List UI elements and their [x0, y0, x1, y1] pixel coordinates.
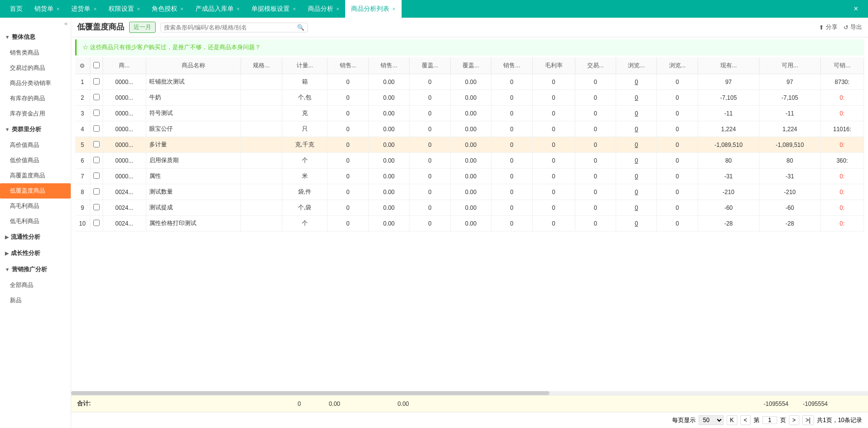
nav-tab-analysis-list[interactable]: 商品分析列表 × [345, 0, 401, 18]
nav-tab-roles[interactable]: 角色授权 × [146, 0, 189, 18]
period-button[interactable]: 近一月 [129, 22, 156, 33]
close-icon[interactable]: × [137, 6, 140, 12]
next-page-button[interactable]: > [789, 415, 799, 425]
first-page-button[interactable]: K [727, 415, 737, 425]
sidebar-collapse-button[interactable]: « [64, 20, 68, 27]
row-select-checkbox[interactable] [93, 188, 100, 195]
page-number-input[interactable] [762, 416, 777, 424]
row-cover1: 0 [409, 74, 450, 90]
sidebar-section-growth[interactable]: ▶ 成长性分析 [0, 245, 71, 261]
sidebar-item-low-value[interactable]: 低价值商品 [0, 153, 71, 168]
sidebar: « ▼ 整体信息 销售类商品 交易过的商品 商品分类动销率 有库存的商品 库存资… [0, 18, 71, 428]
row-checkbox[interactable] [90, 153, 103, 169]
sidebar-item-category-rate[interactable]: 商品分类动销率 [0, 76, 71, 91]
close-icon[interactable]: × [180, 6, 183, 12]
row-checkbox[interactable] [90, 184, 103, 200]
close-icon[interactable]: × [293, 6, 296, 12]
sidebar-section-group[interactable]: ▼ 类群里分析 [0, 121, 71, 138]
row-browse1[interactable]: 0 [616, 200, 657, 216]
row-browse1[interactable]: 0 [616, 121, 657, 137]
row-select-checkbox[interactable] [93, 141, 100, 147]
row-current: -210 [698, 184, 759, 200]
horizontal-scrollbar[interactable] [71, 391, 868, 395]
per-page-select[interactable]: 50 20 100 [699, 415, 724, 425]
row-browse1[interactable]: 0 [616, 153, 657, 169]
last-page-button[interactable]: >| [802, 415, 814, 425]
close-icon[interactable]: × [56, 6, 59, 12]
row-no: 9 [75, 200, 90, 216]
sidebar-item-high-margin[interactable]: 高毛利商品 [0, 199, 71, 214]
row-browse1[interactable]: 0 [616, 74, 657, 90]
row-select-checkbox[interactable] [93, 220, 100, 226]
sidebar-section-circulation[interactable]: ▶ 流通性分析 [0, 229, 71, 245]
nav-tab-permissions[interactable]: 权限设置 × [103, 0, 146, 18]
row-select-checkbox[interactable] [93, 172, 100, 179]
row-spec [241, 216, 282, 231]
nav-tab-purchase[interactable]: 进货单 × [65, 0, 102, 18]
row-browse1[interactable]: 0 [616, 216, 657, 231]
row-browse1[interactable]: 0 [616, 184, 657, 200]
row-select-checkbox[interactable] [93, 125, 100, 132]
select-all-checkbox[interactable] [93, 62, 100, 68]
sidebar-item-capital[interactable]: 库存资金占用 [0, 106, 71, 121]
row-checkbox[interactable] [90, 106, 103, 121]
sidebar-section-overall[interactable]: ▼ 整体信息 [0, 29, 71, 45]
nav-tab-home[interactable]: 首页 [4, 0, 28, 18]
row-sales3: 0 [491, 184, 532, 200]
close-icon[interactable]: × [237, 6, 240, 12]
prev-page-button[interactable]: < [740, 415, 751, 425]
row-browse1[interactable]: 0 [616, 169, 657, 184]
nav-tab-products-in[interactable]: 产成品入库单 × [190, 0, 245, 18]
search-icon[interactable]: 🔍 [297, 24, 304, 31]
row-browse1[interactable]: 0 [616, 137, 657, 153]
row-select-checkbox[interactable] [93, 78, 100, 85]
sidebar-item-all-goods[interactable]: 全部商品 [0, 278, 71, 293]
sidebar-item-traded-goods[interactable]: 交易过的商品 [0, 60, 71, 76]
row-browse1[interactable]: 0 [616, 90, 657, 106]
table-row: 8 0024... 测试数量 袋,件 0 0.00 0 0.00 0 0 0 0… [75, 184, 864, 200]
scrollbar-thumb[interactable] [71, 391, 549, 395]
row-browse2: 0 [657, 200, 698, 216]
nav-tab-template[interactable]: 单据模板设置 × [245, 0, 301, 18]
sidebar-item-sales-goods[interactable]: 销售类商品 [0, 45, 71, 60]
row-name: 旺铺批次测试 [146, 74, 241, 90]
row-current: -1,089,510 [698, 137, 759, 153]
window-close-button[interactable]: × [848, 4, 864, 13]
sidebar-item-low-coverage[interactable]: 低覆盖度商品 [0, 183, 71, 199]
sidebar-item-high-coverage[interactable]: 高覆盖度商品 [0, 168, 71, 183]
col-settings[interactable]: ⚙ [75, 57, 90, 74]
export-button[interactable]: ↺ 导出 [843, 23, 862, 31]
row-checkbox[interactable] [90, 90, 103, 106]
row-trade: 0 [575, 200, 616, 216]
row-select-checkbox[interactable] [93, 94, 100, 100]
close-icon[interactable]: × [392, 6, 395, 12]
row-browse1[interactable]: 0 [616, 106, 657, 121]
row-select-checkbox[interactable] [93, 110, 100, 116]
nav-tab-sales[interactable]: 销货单 × [28, 0, 65, 18]
row-checkbox[interactable] [90, 169, 103, 184]
row-spec [241, 184, 282, 200]
search-input[interactable] [164, 24, 295, 31]
row-sales-amt: 0.00 [368, 137, 409, 153]
sidebar-item-in-stock[interactable]: 有库存的商品 [0, 91, 71, 106]
row-checkbox[interactable] [90, 200, 103, 216]
row-sales3: 0 [491, 137, 532, 153]
row-checkbox[interactable] [90, 216, 103, 231]
close-icon[interactable]: × [336, 6, 339, 12]
row-checkbox[interactable] [90, 137, 103, 153]
row-select-checkbox[interactable] [93, 204, 100, 210]
row-gross-margin: 0 [532, 200, 575, 216]
close-icon[interactable]: × [93, 6, 96, 12]
nav-tab-analysis[interactable]: 商品分析 × [302, 0, 345, 18]
row-checkbox[interactable] [90, 74, 103, 90]
row-checkbox[interactable] [90, 121, 103, 137]
sidebar-item-low-margin[interactable]: 低毛利商品 [0, 214, 71, 229]
row-select-checkbox[interactable] [93, 157, 100, 163]
sidebar-item-high-value[interactable]: 高价值商品 [0, 138, 71, 153]
row-trade: 0 [575, 106, 616, 121]
sidebar-item-new-goods[interactable]: 新品 [0, 293, 71, 308]
row-available: -11 [759, 106, 820, 121]
row-unit: 克 [282, 106, 327, 121]
share-button[interactable]: ⬆ 分享 [819, 23, 838, 31]
sidebar-section-marketing[interactable]: ▼ 营销推广分析 [0, 261, 71, 278]
